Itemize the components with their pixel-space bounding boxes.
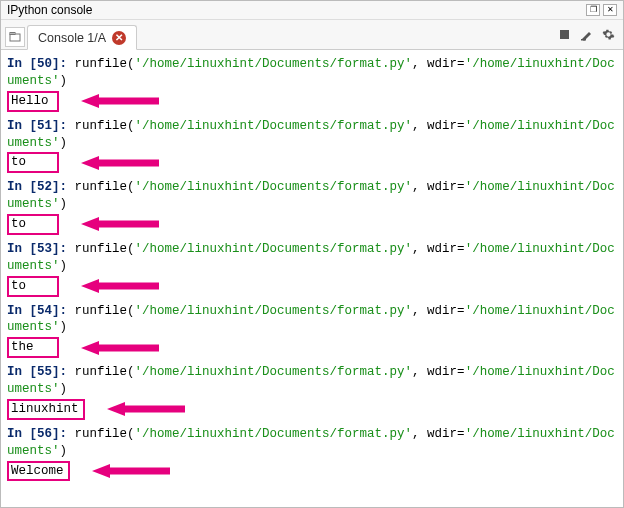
console-entry: In [53]: runfile('/home/linuxhint/Docume… (7, 241, 619, 297)
output-box: Welcome (7, 461, 70, 482)
stop-icon[interactable] (557, 28, 571, 42)
script-path: '/home/linuxhint/Documents/format.py' (135, 119, 413, 133)
toolbar-right (557, 28, 619, 42)
svg-marker-9 (81, 217, 99, 231)
console-titlebar: IPython console ❐ ✕ (1, 1, 623, 20)
svg-rect-0 (10, 34, 20, 41)
svg-rect-3 (581, 39, 586, 41)
options-gear-icon[interactable] (601, 28, 615, 42)
call-close: ) (60, 382, 68, 396)
runfile-call: runfile( (75, 365, 135, 379)
runfile-call: runfile( (75, 242, 135, 256)
in-close: ]: (52, 57, 75, 71)
prompt-line: In [54]: runfile('/home/linuxhint/Docume… (7, 303, 619, 337)
prompt-line: In [52]: runfile('/home/linuxhint/Docume… (7, 179, 619, 213)
clear-icon[interactable] (579, 28, 593, 42)
prompt-line: In [51]: runfile('/home/linuxhint/Docume… (7, 118, 619, 152)
wdir-key: , wdir= (412, 304, 465, 318)
wdir-key: , wdir= (412, 242, 465, 256)
console-output-area[interactable]: In [50]: runfile('/home/linuxhint/Docume… (1, 50, 623, 507)
prompt-line: In [50]: runfile('/home/linuxhint/Docume… (7, 56, 619, 90)
in-number: 54 (37, 304, 52, 318)
in-close: ]: (52, 242, 75, 256)
annotation-arrow-icon (81, 93, 159, 109)
in-keyword: In [ (7, 304, 37, 318)
in-keyword: In [ (7, 119, 37, 133)
prompt-line: In [56]: runfile('/home/linuxhint/Docume… (7, 426, 619, 460)
call-close: ) (60, 197, 68, 211)
script-path: '/home/linuxhint/Documents/format.py' (135, 427, 413, 441)
prompt-line: In [53]: runfile('/home/linuxhint/Docume… (7, 241, 619, 275)
script-path: '/home/linuxhint/Documents/format.py' (135, 365, 413, 379)
window-buttons: ❐ ✕ (586, 4, 617, 16)
console-tabbar: Console 1/A ✕ (1, 20, 623, 50)
runfile-call: runfile( (75, 57, 135, 71)
svg-marker-17 (92, 464, 110, 478)
output-box: to (7, 152, 59, 173)
output-box: to (7, 214, 59, 235)
console-entry: In [55]: runfile('/home/linuxhint/Docume… (7, 364, 619, 420)
output-row: Welcome (7, 461, 619, 482)
wdir-key: , wdir= (412, 365, 465, 379)
in-number: 52 (37, 180, 52, 194)
script-path: '/home/linuxhint/Documents/format.py' (135, 57, 413, 71)
annotation-arrow-icon (81, 340, 159, 356)
in-number: 55 (37, 365, 52, 379)
wdir-key: , wdir= (412, 119, 465, 133)
annotation-arrow-icon (81, 278, 159, 294)
in-close: ]: (52, 180, 75, 194)
output-row: the (7, 337, 619, 358)
output-box: Hello (7, 91, 59, 112)
in-number: 50 (37, 57, 52, 71)
in-keyword: In [ (7, 242, 37, 256)
in-keyword: In [ (7, 180, 37, 194)
output-box: linuxhint (7, 399, 85, 420)
browse-tabs-button[interactable] (5, 27, 25, 47)
console-entry: In [50]: runfile('/home/linuxhint/Docume… (7, 56, 619, 112)
svg-marker-11 (81, 279, 99, 293)
annotation-arrow-icon (107, 401, 185, 417)
runfile-call: runfile( (75, 427, 135, 441)
in-close: ]: (52, 304, 75, 318)
output-row: Hello (7, 91, 619, 112)
call-close: ) (60, 136, 68, 150)
tab-close-button[interactable]: ✕ (112, 31, 126, 45)
wdir-key: , wdir= (412, 427, 465, 441)
output-row: linuxhint (7, 399, 619, 420)
call-close: ) (60, 320, 68, 334)
output-box: to (7, 276, 59, 297)
console-title: IPython console (7, 3, 92, 17)
restore-icon[interactable]: ❐ (586, 4, 600, 16)
script-path: '/home/linuxhint/Documents/format.py' (135, 304, 413, 318)
tab-console-1a[interactable]: Console 1/A ✕ (27, 25, 137, 50)
svg-marker-5 (81, 94, 99, 108)
console-entry: In [52]: runfile('/home/linuxhint/Docume… (7, 179, 619, 235)
output-row: to (7, 276, 619, 297)
call-close: ) (60, 74, 68, 88)
prompt-line: In [55]: runfile('/home/linuxhint/Docume… (7, 364, 619, 398)
runfile-call: runfile( (75, 304, 135, 318)
in-keyword: In [ (7, 57, 37, 71)
runfile-call: runfile( (75, 180, 135, 194)
runfile-call: runfile( (75, 119, 135, 133)
output-row: to (7, 152, 619, 173)
output-row: to (7, 214, 619, 235)
call-close: ) (60, 259, 68, 273)
wdir-key: , wdir= (412, 57, 465, 71)
tab-label: Console 1/A (38, 31, 106, 45)
console-entry: In [56]: runfile('/home/linuxhint/Docume… (7, 426, 619, 482)
in-close: ]: (52, 365, 75, 379)
script-path: '/home/linuxhint/Documents/format.py' (135, 180, 413, 194)
svg-rect-2 (560, 30, 569, 39)
in-number: 56 (37, 427, 52, 441)
close-icon[interactable]: ✕ (603, 4, 617, 16)
in-keyword: In [ (7, 365, 37, 379)
svg-marker-7 (81, 156, 99, 170)
console-entry: In [54]: runfile('/home/linuxhint/Docume… (7, 303, 619, 359)
svg-marker-15 (107, 402, 125, 416)
call-close: ) (60, 444, 68, 458)
console-entry: In [51]: runfile('/home/linuxhint/Docume… (7, 118, 619, 174)
wdir-key: , wdir= (412, 180, 465, 194)
in-close: ]: (52, 427, 75, 441)
script-path: '/home/linuxhint/Documents/format.py' (135, 242, 413, 256)
